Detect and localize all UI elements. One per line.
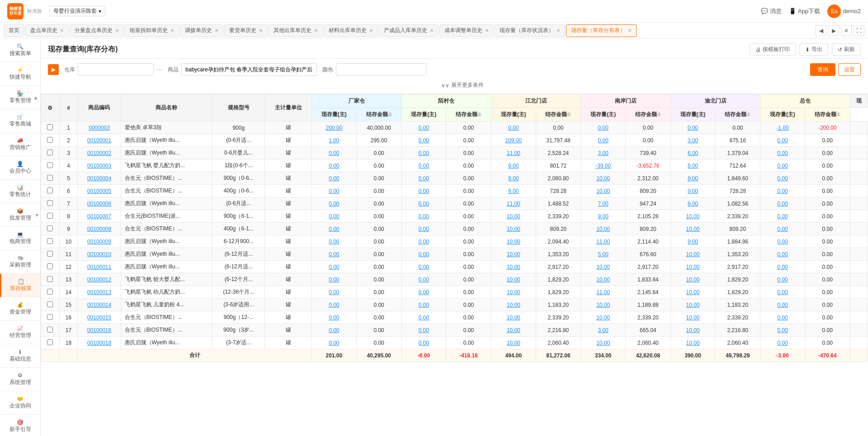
row-yb-stock[interactable]: 3.00 — [670, 134, 715, 147]
tab-inventory-distribution[interactable]: 现存量（库存分布表） ✕ — [566, 24, 637, 37]
row-na-stock[interactable]: -39.00 — [581, 159, 626, 172]
row-jb-stock[interactable]: 11.00 — [491, 197, 536, 210]
row-cj-stock[interactable]: 0.00 — [312, 299, 357, 311]
row-yb-stock[interactable]: 8.00 — [670, 159, 715, 172]
row-yb-stock[interactable]: 10.00 — [670, 286, 715, 299]
row-checkbox[interactable] — [41, 273, 60, 286]
row-yb-stock[interactable]: 8.00 — [670, 172, 715, 185]
row-na-stock[interactable]: 10.00 — [581, 311, 626, 324]
sidebar-item-search[interactable]: 🔍 搜索英单 — [0, 39, 40, 62]
app-download-btn[interactable]: 📱 App下载 — [789, 7, 820, 15]
row-mc-stock[interactable]: 0.00 — [401, 248, 446, 261]
row-yb-stock[interactable]: 10.00 — [670, 324, 715, 337]
row-mc-stock[interactable]: 0.00 — [401, 122, 446, 134]
row-mc-stock[interactable]: 0.00 — [401, 273, 446, 286]
tab-close-btn[interactable]: ✕ — [841, 25, 852, 36]
row-total-stock[interactable]: 0.00 — [760, 159, 805, 172]
row-cj-stock[interactable]: 1.00 — [312, 134, 357, 147]
row-checkbox[interactable] — [41, 235, 60, 248]
row-cj-stock[interactable]: 0.00 — [312, 210, 357, 223]
sidebar-item-wholesale[interactable]: 📦 批发管理 ▾ — [0, 203, 40, 227]
row-jb-stock[interactable]: 10.00 — [491, 324, 536, 337]
row-yb-stock[interactable]: 10.00 — [670, 337, 715, 349]
export-btn[interactable]: ⬇ 导出 — [799, 43, 828, 56]
close-icon[interactable]: ✕ — [485, 28, 489, 33]
row-total-stock[interactable]: 0.00 — [760, 223, 805, 235]
info-icon[interactable]: ① — [657, 112, 661, 117]
close-icon[interactable]: ✕ — [60, 28, 64, 33]
row-checkbox[interactable] — [41, 147, 60, 159]
row-total-stock[interactable]: 0.00 — [760, 172, 805, 185]
warehouse-input[interactable] — [78, 63, 154, 76]
row-cj-stock[interactable]: 0.00 — [312, 172, 357, 185]
row-na-stock[interactable]: 7.00 — [581, 197, 626, 210]
collapse-sidebar-btn[interactable]: ▶ — [48, 64, 59, 75]
setting-btn[interactable]: 设置 — [838, 63, 861, 76]
tab-prev-btn[interactable]: ◀ — [816, 25, 826, 36]
row-checkbox[interactable] — [41, 311, 60, 324]
info-icon[interactable]: ① — [836, 112, 840, 117]
row-na-stock[interactable]: 10.00 — [581, 172, 626, 185]
sidebar-item-purchase[interactable]: 🛍 采购管理 — [0, 250, 40, 274]
sidebar-item-retail-stats[interactable]: 📊 零售统计 — [0, 180, 40, 203]
row-na-stock[interactable]: 10.00 — [581, 273, 626, 286]
row-code[interactable]: 00100009 — [78, 235, 121, 248]
row-na-stock[interactable]: 11.00 — [581, 235, 626, 248]
warehouse-ellipsis-btn[interactable]: ··· — [156, 66, 162, 74]
info-icon[interactable]: ① — [388, 112, 392, 117]
row-total-stock[interactable]: 0.00 — [760, 261, 805, 273]
tab-finished-goods[interactable]: 产成品入库单历史 ✕ — [379, 24, 439, 37]
row-cj-stock[interactable]: 0.00 — [312, 223, 357, 235]
row-jb-stock[interactable]: 10.00 — [491, 337, 536, 349]
message-btn[interactable]: 💬 消息 — [761, 7, 782, 15]
row-cj-stock[interactable]: 0.00 — [312, 261, 357, 273]
sidebar-item-base-info[interactable]: ℹ 基础信息 — [0, 344, 40, 368]
row-na-stock[interactable]: 10.00 — [581, 261, 626, 273]
row-cj-stock[interactable]: 0.00 — [312, 273, 357, 286]
row-total-stock[interactable]: 0.00 — [760, 197, 805, 210]
row-mc-stock[interactable]: 0.00 — [401, 147, 446, 159]
close-icon[interactable]: ✕ — [628, 28, 632, 33]
row-jb-stock[interactable]: 9.00 — [491, 185, 536, 197]
tab-fraction-stocktake[interactable]: 分量盘点单历史 ✕ — [70, 24, 124, 37]
row-jb-stock[interactable]: 109.00 — [491, 134, 536, 147]
row-mc-stock[interactable]: 0.00 — [401, 261, 446, 273]
row-checkbox[interactable] — [41, 122, 60, 134]
row-checkbox[interactable] — [41, 261, 60, 273]
row-cj-stock[interactable]: 0.00 — [312, 235, 357, 248]
row-yb-stock[interactable]: 10.00 — [670, 248, 715, 261]
row-code[interactable]: 0000003 — [78, 122, 121, 134]
row-total-stock[interactable]: 0.00 — [760, 337, 805, 349]
sidebar-item-operations[interactable]: 📈 经营管理 — [0, 321, 40, 344]
row-na-stock[interactable]: 10.00 — [581, 337, 626, 349]
row-cj-stock[interactable]: 0.00 — [312, 159, 357, 172]
row-mc-stock[interactable]: 0.00 — [401, 197, 446, 210]
row-total-stock[interactable]: 0.00 — [760, 248, 805, 261]
row-mc-stock[interactable]: 0.00 — [401, 223, 446, 235]
row-code[interactable]: 00100015 — [78, 311, 121, 324]
row-checkbox[interactable] — [41, 172, 60, 185]
sidebar-item-finance[interactable]: 💰 资金管理 — [0, 297, 40, 321]
row-total-stock[interactable]: 0.00 — [760, 324, 805, 337]
close-icon[interactable]: ✕ — [314, 28, 318, 33]
row-cj-stock[interactable]: 0.00 — [312, 197, 357, 210]
row-jb-stock[interactable]: 10.00 — [491, 299, 536, 311]
sidebar-item-ecommerce[interactable]: 💻 电商管理 — [0, 227, 40, 250]
row-jb-stock[interactable]: 10.00 — [491, 248, 536, 261]
sidebar-item-collaboration[interactable]: 🤝 企业协同 — [0, 391, 40, 415]
info-icon[interactable]: ① — [567, 112, 571, 117]
row-yb-stock[interactable]: 10.00 — [670, 299, 715, 311]
tab-cost-adjust[interactable]: 成本调整单历史 ✕ — [439, 24, 494, 37]
row-code[interactable]: 00100014 — [78, 299, 121, 311]
tab-other-outbound[interactable]: 其他出库单历史 ✕ — [269, 24, 323, 37]
row-checkbox[interactable] — [41, 159, 60, 172]
row-na-stock[interactable]: 3.00 — [581, 324, 626, 337]
row-mc-stock[interactable]: 0.00 — [401, 286, 446, 299]
row-na-stock[interactable]: 0.00 — [581, 122, 626, 134]
row-na-stock[interactable]: 10.00 — [581, 299, 626, 311]
close-icon[interactable]: ✕ — [170, 28, 174, 33]
row-jb-stock[interactable]: 10.00 — [491, 210, 536, 223]
row-code[interactable]: 00100016 — [78, 324, 121, 337]
row-code[interactable]: 00100012 — [78, 273, 121, 286]
sidebar-item-marketing[interactable]: 📣 营销推广 — [0, 133, 40, 156]
